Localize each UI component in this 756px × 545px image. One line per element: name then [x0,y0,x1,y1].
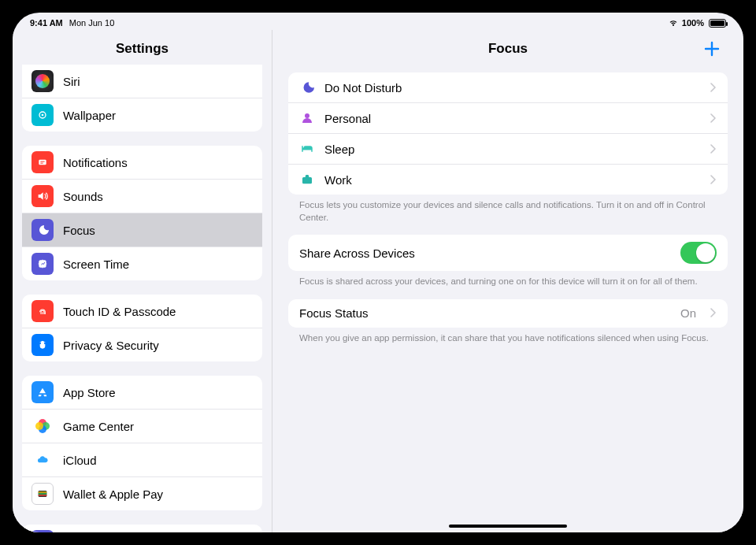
bed-icon [299,141,315,157]
sidebar-item-label: Sounds [63,190,253,203]
battery-icon [709,19,726,28]
sidebar-group: Touch ID & PasscodePrivacy & Security [22,295,262,361]
share-across-devices-row[interactable]: Share Across Devices [288,235,728,271]
icloud-icon [32,449,54,471]
briefcase-icon [299,172,315,187]
focus-mode-label: Sleep [324,143,701,156]
sidebar-item-label: Touch ID & Passcode [63,305,253,318]
gamecenter-icon [32,415,54,437]
svg-rect-7 [39,491,47,492]
sidebar-title: Settings [13,30,272,65]
moon-icon [299,80,315,95]
focus-mode-dnd[interactable]: Do Not Disturb [288,72,728,102]
add-focus-button[interactable] [701,38,723,60]
sidebar-item-label: Privacy & Security [63,339,253,352]
sidebar-group: Apps [22,525,262,532]
sidebar-item-label: Notifications [63,156,253,169]
battery-percent: 100% [682,18,704,28]
wallet-icon [32,483,54,505]
chevron-right-icon [710,306,717,320]
share-across-toggle[interactable] [680,242,717,264]
focus-status-value: On [680,306,696,320]
sidebar-item-label: App Store [63,386,253,399]
sidebar-item-touchid[interactable]: Touch ID & Passcode [22,295,262,328]
sidebar-item-appstore[interactable]: App Store [22,376,262,409]
sidebar-group: NotificationsSoundsFocusScreen Time [22,146,262,280]
page-title: Focus [488,41,528,57]
status-bar: 9:41 AM Mon Jun 10 100% [13,13,743,30]
siri-icon [32,70,54,92]
wifi-icon [668,19,679,27]
wallpaper-icon [32,104,54,126]
focus-mode-label: Work [324,173,701,187]
sidebar-item-wallpaper[interactable]: Wallpaper [22,98,262,132]
share-across-group: Share Across Devices [288,235,728,271]
svg-rect-2 [39,160,46,165]
focus-status-row[interactable]: Focus Status On [288,299,728,328]
svg-rect-4 [40,163,43,164]
settings-sidebar: Settings SiriWallpaperNotificationsSound… [13,30,272,532]
status-time: 9:41 AM [30,18,63,28]
sidebar-item-sounds[interactable]: Sounds [22,179,262,213]
chevron-right-icon [710,143,717,156]
svg-rect-11 [302,177,312,184]
sidebar-group: SiriWallpaper [22,65,262,132]
sidebar-item-label: iCloud [63,454,253,467]
apps-icon [32,530,54,532]
svg-point-1 [42,114,44,117]
focus-mode-label: Personal [324,112,701,125]
sidebar-item-icloud[interactable]: iCloud [22,443,262,476]
screen: 9:41 AM Mon Jun 10 100% Settings SiriWal… [13,13,743,532]
sidebar-item-apps[interactable]: Apps [22,525,262,532]
appstore-icon [32,381,54,403]
sidebar-group: App StoreGame CenteriCloudWallet & Apple… [22,376,262,510]
person-icon [299,110,315,126]
sidebar-item-label: Screen Time [63,258,253,271]
svg-point-10 [305,113,309,118]
screentime-icon [32,253,54,275]
sidebar-item-label: Wallpaper [63,109,253,122]
share-across-footer: Focus is shared across your devices, and… [288,271,728,288]
sidebar-item-notifications[interactable]: Notifications [22,146,262,179]
device-frame: 9:41 AM Mon Jun 10 100% Settings SiriWal… [0,0,756,545]
sidebar-item-siri[interactable]: Siri [22,65,262,98]
focus-icon [32,219,54,241]
touchid-icon [32,300,54,322]
focus-modes-group: Do Not DisturbPersonalSleepWork [288,72,728,195]
focus-mode-sleep[interactable]: Sleep [288,133,728,164]
focus-status-group: Focus Status On [288,299,728,328]
focus-modes-footer: Focus lets you customize your devices an… [288,195,728,224]
sidebar-item-label: Game Center [63,420,253,433]
home-indicator[interactable] [449,525,567,528]
sidebar-item-gamecenter[interactable]: Game Center [22,409,262,443]
focus-mode-work[interactable]: Work [288,164,728,195]
focus-status-footer: When you give an app permission, it can … [288,328,728,345]
chevron-right-icon [710,173,717,187]
share-across-label: Share Across Devices [299,247,671,260]
privacy-icon [32,334,54,356]
sidebar-item-privacy[interactable]: Privacy & Security [22,328,262,361]
svg-rect-8 [39,493,47,494]
chevron-right-icon [710,112,717,125]
sidebar-item-focus[interactable]: Focus [22,213,262,247]
sounds-icon [32,185,54,207]
sidebar-item-label: Siri [63,75,253,88]
sidebar-item-label: Focus [63,224,253,237]
sidebar-item-wallet[interactable]: Wallet & Apple Pay [22,476,262,510]
sidebar-item-screentime[interactable]: Screen Time [22,247,262,280]
focus-mode-label: Do Not Disturb [324,81,701,95]
status-date: Mon Jun 10 [69,18,114,28]
svg-rect-3 [40,161,44,162]
notifications-icon [32,151,54,173]
sidebar-item-label: Wallet & Apple Pay [63,488,253,501]
chevron-right-icon [710,81,717,95]
focus-mode-personal[interactable]: Personal [288,102,728,133]
focus-main-pane: Focus Do Not DisturbPersonalSleepWork Fo… [272,30,743,532]
focus-status-label: Focus Status [299,306,671,320]
svg-rect-9 [39,495,47,495]
